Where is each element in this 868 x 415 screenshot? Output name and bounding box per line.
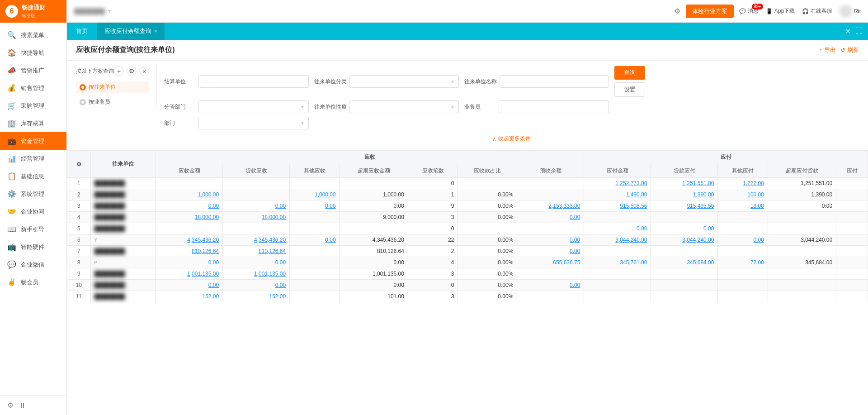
- row-ar-overdue: 0.00: [340, 200, 408, 212]
- row-ap-other: [718, 291, 768, 302]
- row-ap-amount: 345,761.00: [584, 257, 651, 268]
- salesperson-input[interactable]: ···: [499, 100, 609, 113]
- sidebar-item-member[interactable]: ✌️ 畅会员: [0, 273, 66, 291]
- add-scheme-btn[interactable]: +: [114, 66, 124, 76]
- tab-home-label: 首页: [76, 27, 88, 35]
- query-button[interactable]: 查询: [614, 66, 645, 80]
- row-ar-loan: [223, 223, 290, 234]
- row-partner: ████████: [90, 246, 156, 257]
- table-row: 1 ████████ 0 1,252,773.00 1,251,551.00 1…: [67, 178, 868, 189]
- user-info[interactable]: Rit: [840, 5, 861, 18]
- collapse-scheme-btn[interactable]: «: [139, 66, 149, 76]
- data-table: ⚙ 往来单位 应收 应付 应收金额 贷款应收 其他应收 超期应收金额 应收笔数 …: [67, 150, 868, 302]
- th-partner: 往来单位: [90, 151, 156, 178]
- collapse-footer-icon[interactable]: ⏸: [19, 401, 26, 410]
- sidebar-item-enterprise-wechat[interactable]: 💬 企业微信: [0, 256, 66, 273]
- sidebar-item-sales[interactable]: 💰 销售管理: [0, 79, 66, 97]
- refresh-label: 刷新: [847, 46, 859, 54]
- partner-nature-input[interactable]: ▼: [349, 100, 459, 113]
- field-partner-name: 往来单位名称: [464, 75, 609, 88]
- sidebar-item-quick-nav[interactable]: 🏠 快捷导航: [0, 44, 66, 62]
- row-ar-other: [290, 291, 340, 302]
- row-ar-count: 3: [408, 212, 458, 223]
- tab-close-icon[interactable]: ×: [154, 28, 157, 34]
- row-ar-loan: 1,001,135.00: [223, 268, 290, 280]
- sidebar-item-purchase[interactable]: 🛒 采购管理: [0, 97, 66, 114]
- notification-btn[interactable]: 💬 消息 99+: [739, 7, 759, 15]
- customer-service-btn[interactable]: 🎧 在线客服: [802, 7, 832, 15]
- row-ar-loan: [223, 189, 290, 200]
- sidebar-item-smart-hw[interactable]: 📺 智能硬件: [0, 238, 66, 256]
- row-ar-overdue: [340, 178, 408, 189]
- filter-collapse-btn[interactable]: ∧ 收起更多条件: [164, 133, 859, 144]
- settings-footer-icon[interactable]: ⚙: [7, 401, 14, 410]
- sidebar-item-search-menu[interactable]: 🔍 搜索菜单: [0, 26, 66, 44]
- row-ar-amount: [156, 223, 223, 234]
- table-settings-th[interactable]: ⚙: [67, 151, 91, 178]
- tabbar-close-icon[interactable]: ✕: [845, 27, 851, 36]
- row-ap-extra: [836, 189, 868, 200]
- field-dept-manager: 分管部门 ▼: [164, 100, 309, 113]
- scheme-by-staff[interactable]: 按业务员: [76, 96, 149, 108]
- row-partner: ████████: [90, 189, 156, 200]
- sidebar-item-inventory[interactable]: 🏢 库存核算: [0, 114, 66, 132]
- scheme-label: 按以下方案查询: [76, 67, 114, 75]
- th-ap-loan: 贷款应付: [651, 164, 718, 178]
- settlement-unit-input[interactable]: ···: [198, 75, 309, 88]
- row-ar-loan: 810,126.64: [223, 246, 290, 257]
- row-ar-other: [290, 212, 340, 223]
- row-index: 11: [67, 291, 91, 302]
- sidebar-item-basic[interactable]: 📋 基础信息: [0, 167, 66, 185]
- sidebar-item-enterprise-coop[interactable]: 🤝 企业协同: [0, 203, 66, 220]
- row-ap-loan: [651, 212, 718, 223]
- tabbar-actions: ✕ ⛶: [840, 23, 868, 40]
- data-table-container[interactable]: ⚙ 往来单位 应收 应付 应收金额 贷款应收 其他应收 超期应收金额 应收笔数 …: [67, 150, 868, 415]
- app-download-btn[interactable]: 📱 App下载: [766, 7, 795, 15]
- filter-row-2: 分管部门 ▼ 往来单位性质 ▼ 业务员: [164, 100, 859, 113]
- row-prepaid: 0.00: [517, 246, 584, 257]
- tab-home[interactable]: 首页: [67, 23, 97, 40]
- row-index: 5: [67, 223, 91, 234]
- sidebar-item-capital[interactable]: 💼 资金管理: [0, 132, 66, 150]
- row-ap-loan: [651, 291, 718, 302]
- th-ap-other: 其他应付: [718, 164, 768, 178]
- export-button[interactable]: ↑ 导出: [820, 46, 836, 54]
- search-icon: 🔍: [7, 31, 16, 39]
- row-ar-overdue: 0.00: [340, 280, 408, 291]
- row-ar-ratio: [458, 223, 517, 234]
- row-ap-other: [718, 212, 768, 223]
- row-partner: ████████: [90, 178, 156, 189]
- row-ar-amount: 0.00: [156, 200, 223, 212]
- edit-scheme-btn[interactable]: ⚙: [127, 66, 137, 76]
- row-ap-overdue: 1,390.00: [768, 189, 836, 200]
- table-row: 9 ████████ 1,001,135.00 1,001,135.00 1,0…: [67, 268, 868, 280]
- row-prepaid: 655,636.75: [517, 257, 584, 268]
- sidebar-item-label: 畅会员: [21, 278, 38, 286]
- partner-category-input[interactable]: ▼: [349, 75, 459, 88]
- app-download-label: App下载: [774, 7, 795, 15]
- sidebar-item-guide[interactable]: 📖 新手引导: [0, 220, 66, 238]
- sidebar-item-label: 库存核算: [21, 119, 44, 128]
- row-index: 7: [67, 246, 91, 257]
- breadcrumb: ████████ ▼: [74, 8, 669, 14]
- basic-icon: 📋: [7, 172, 16, 181]
- export-icon: ↑: [820, 47, 823, 53]
- industry-btn[interactable]: 体验行业方案: [686, 5, 734, 18]
- row-ar-loan: 0.00: [223, 280, 290, 291]
- row-ap-amount: [584, 291, 651, 302]
- refresh-button[interactable]: ↺ 刷新: [840, 46, 859, 54]
- dept-input[interactable]: ▼: [198, 117, 309, 129]
- row-ap-other: 13.00: [718, 200, 768, 212]
- tabbar-fullscreen-icon[interactable]: ⛶: [855, 27, 863, 35]
- sidebar-item-system[interactable]: ⚙️ 系统管理: [0, 185, 66, 203]
- user-name: Rit: [854, 8, 861, 14]
- sidebar-item-marketing[interactable]: 📣 营销推广: [0, 62, 66, 79]
- dept-manager-input[interactable]: ▼: [198, 100, 309, 113]
- tab-receivable[interactable]: 应收应付余额查询 ×: [97, 23, 165, 40]
- sidebar-item-label: 系统管理: [21, 190, 44, 198]
- partner-name-input[interactable]: [500, 75, 609, 88]
- sidebar-item-operation[interactable]: 📊 经营管理: [0, 150, 66, 167]
- scheme-by-partner[interactable]: 按往来单位: [76, 81, 149, 93]
- settings-button[interactable]: 设置: [614, 82, 645, 97]
- gear-icon[interactable]: ⚙: [674, 7, 680, 15]
